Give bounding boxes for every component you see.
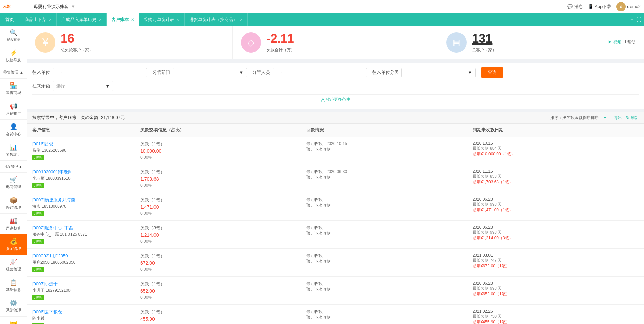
customer-tag-0: 现销	[32, 155, 44, 160]
sidebar-item-basic-info[interactable]: 📋 基础信息	[0, 275, 27, 296]
sidebar-item-marketing[interactable]: 📢 营销推广	[0, 99, 27, 120]
supplier-dots: ···	[56, 70, 63, 75]
user-avatar-area[interactable]: d demo2	[616, 2, 641, 11]
video-label[interactable]: ▶ 视频	[608, 39, 621, 45]
sidebar-item-retail-mall[interactable]: 🏪 零售商城	[0, 79, 27, 99]
customer-name-link-2[interactable]: [0003]畅捷服务尹海燕	[32, 197, 75, 202]
message-icon: 💬	[567, 4, 573, 9]
customer-name-link-5[interactable]: [0007]小进干	[32, 281, 58, 286]
stat-card-debt-amount: ◇ -2.11 欠款合计（万）	[233, 26, 439, 59]
stat-card-total-customers: ▦ 131 总客户（家） ▶ 视频 ℹ 帮助	[438, 26, 644, 59]
tab-close-icon[interactable]: ✕	[240, 18, 243, 22]
customer-name-link-6[interactable]: [0006]去下粮仓	[32, 309, 62, 314]
message-button[interactable]: 💬 消息	[567, 4, 583, 10]
tab-close-icon[interactable]: ✕	[99, 18, 102, 22]
customer-name-link-4[interactable]: [000002]用户2050	[32, 253, 68, 258]
sidebar-item-wholesale-mgmt[interactable]: 批发管理 ▲	[0, 161, 27, 173]
collapse-button[interactable]: ⋀ 收起更多条件	[32, 94, 639, 105]
table-row: [0006]去下粮仓 陈小希 现销 欠款（1笔） 455.90 0.00% 最近…	[27, 305, 644, 324]
overdue-link-1[interactable]: 超期¥1,703.68（1笔）	[473, 180, 513, 184]
debt-amount-6: 455.90	[140, 316, 306, 322]
overdue-link-5[interactable]: 超期¥652.00（1笔）	[473, 292, 510, 296]
export-button[interactable]: ↑ 导出	[611, 115, 622, 121]
customer-name-link-3[interactable]: [0002]服务中心_丁磊	[32, 225, 73, 230]
customer-phone-4: 用户2050 18665062050	[32, 260, 140, 265]
tab-close-icon[interactable]: ✕	[49, 18, 52, 22]
username-label: demo2	[627, 4, 641, 9]
col-header-collection: 回款情况	[306, 127, 472, 133]
sidebar-item-member[interactable]: 👤 会员中心	[0, 120, 27, 140]
company-selector[interactable]: 母婴行业演示账套 ▼	[30, 4, 567, 10]
tab-home-label: 首页	[5, 17, 14, 23]
company-name: 母婴行业演示账套	[34, 4, 69, 10]
manager-input[interactable]: ···	[273, 68, 367, 77]
last-collection-label-0: 最近收款	[306, 141, 323, 146]
customer-tag-1: 现销	[32, 183, 44, 188]
sidebar-item-purchase-mgmt[interactable]: 📦 采购管理	[0, 193, 27, 214]
customer-name-link-0[interactable]: [0016]吕俊	[32, 141, 53, 146]
tab-product-toggle[interactable]: 商品上下架 ✕	[20, 13, 57, 26]
last-collection-2: 最近收款	[306, 197, 472, 203]
sidebar-item-search[interactable]: 🔍 搜索菜单	[0, 26, 27, 46]
next-collection-1: 预计下次收款	[306, 175, 472, 180]
sort-dropdown-arrow[interactable]: ▼	[603, 115, 607, 120]
refresh-label: 刷新	[631, 115, 639, 121]
category-select[interactable]: ▼	[401, 68, 476, 77]
last-collection-date-1: 2020-06-30	[327, 169, 347, 174]
sidebar-item-inventory[interactable]: 🏭 库存核算	[0, 214, 27, 234]
tab-import-stats-label: 进货单统计表（按商品）	[189, 17, 237, 23]
sidebar-item-system[interactable]: ⚙️ 系统管理	[0, 296, 27, 317]
tab-home[interactable]: 首页	[0, 13, 20, 26]
overdue-link-4[interactable]: 超期¥672.00（1笔）	[473, 264, 510, 268]
due-date-info-1: 2020.11.15 最长欠款 853 天 超期¥1,703.68（1笔）	[473, 169, 639, 185]
due-date-1: 2020.11.15	[473, 169, 639, 174]
supplier-input[interactable]: ···	[53, 68, 147, 77]
manager-dots: ···	[276, 70, 283, 75]
sidebar-item-enterprise-coop[interactable]: 🤝 企业协同	[0, 317, 27, 324]
debt-info-6: 欠款（1笔） 455.90 0.00%	[140, 309, 306, 324]
due-date-6: 2021.02.26	[473, 309, 639, 314]
tab-close-icon[interactable]: ✕	[131, 18, 134, 22]
overdue-link-3[interactable]: 超期¥1,214.00（3笔）	[473, 236, 513, 240]
overdue-link-2[interactable]: 超期¥1,471.00（1笔）	[473, 208, 513, 212]
sidebar-item-ecommerce[interactable]: 🛒 电商管理	[0, 173, 27, 193]
overdue-link-6[interactable]: 超期¥455.90（1笔）	[473, 320, 510, 324]
retail-mgmt-arrow: ▲	[20, 70, 23, 75]
sidebar-item-retail-stats[interactable]: 📊 零售统计	[0, 140, 27, 161]
balance-select[interactable]: 选择... ▼	[53, 81, 113, 91]
customer-tag-6: 现销	[32, 323, 44, 324]
customer-name-link-1[interactable]: [0001020001]李老师	[32, 169, 73, 174]
stat-card-top-right: ▶ 视频 ℹ 帮助	[608, 39, 636, 45]
main-layout: 🔍 搜索菜单 ⚡ 快捷导航 零售管理 ▲ 🏪 零售商城 📢 营销推广 👤 会员中…	[0, 26, 644, 324]
sidebar-item-quick-nav[interactable]: ⚡ 快捷导航	[0, 46, 27, 66]
dept-select[interactable]: ▼	[173, 68, 247, 77]
tab-purchase-stats[interactable]: 采购订单统计表 ✕	[139, 13, 185, 26]
customer-tag-5: 现销	[32, 295, 44, 300]
refresh-button[interactable]: ↻ 刷新	[626, 115, 639, 121]
debt-count-5: 欠款（1笔）	[140, 281, 306, 287]
overdue-link-0[interactable]: 超期¥10,000.00（1笔）	[473, 152, 515, 156]
debt-ratio-2: 0.00%	[140, 211, 306, 216]
tab-import-stats[interactable]: 进货单统计表（按商品） ✕	[185, 13, 248, 26]
due-date-4: 2021.03.01	[473, 253, 639, 258]
help-label[interactable]: ℹ 帮助	[625, 39, 636, 45]
customer-name-2: 畅捷服务尹海燕	[45, 197, 75, 202]
table-row: [0001020001]李老师 李老师 18600391516 现销 欠款（1笔…	[27, 165, 644, 193]
window-minimize-icon[interactable]: －	[629, 17, 634, 23]
search-icon: 🔍	[10, 29, 17, 36]
sidebar-item-operation[interactable]: 📈 经营管理	[0, 255, 27, 275]
finance-icon: 💰	[10, 238, 17, 245]
tab-customer-account[interactable]: 客户账本 ✕	[107, 13, 139, 26]
due-date-info-3: 2020.06.23 最长欠款 998 天 超期¥1,214.00（3笔）	[473, 225, 639, 241]
sidebar-item-retail-mgmt[interactable]: 零售管理 ▲	[0, 66, 27, 79]
tab-product-history[interactable]: 产成品入库单历史 ✕	[57, 13, 107, 26]
sidebar-item-finance[interactable]: 💰 资金管理	[0, 234, 27, 255]
query-button[interactable]: 查询	[481, 67, 503, 78]
window-maximize-icon[interactable]: ⛶	[637, 17, 641, 22]
app-download-button[interactable]: 📱 App下载	[588, 4, 611, 10]
stat-card-debt-customers: ¥ 16 总欠款客户（家）	[27, 26, 233, 59]
tab-close-icon[interactable]: ✕	[176, 18, 179, 22]
debt-count-3: 欠款（3笔）	[140, 225, 306, 231]
inventory-icon: 🏭	[10, 217, 17, 225]
stat-icon-debt-amount: ◇	[241, 32, 261, 53]
